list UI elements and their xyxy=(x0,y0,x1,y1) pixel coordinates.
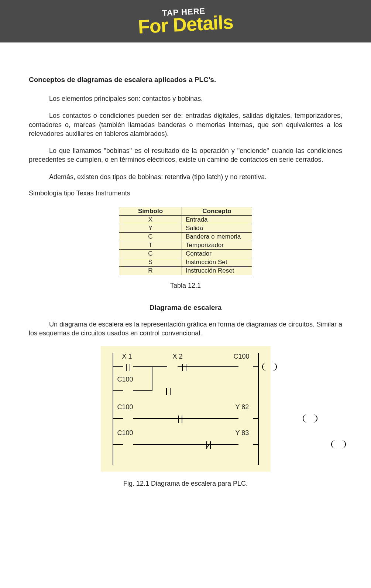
label-c100a: C100 xyxy=(234,353,250,360)
contact-no-icon xyxy=(163,388,174,395)
left-rail xyxy=(113,353,113,465)
wire xyxy=(253,366,259,367)
paragraph-1: Los elementos principales son: contactos… xyxy=(29,94,342,103)
figure-caption: Fig. 12.1 Diagrama de escalera para PLC. xyxy=(29,480,342,488)
cell-symbol: R xyxy=(119,267,182,275)
label-x1: X 1 xyxy=(122,353,132,360)
symbol-table: Simbolo Concepto XEntrada YSalida CBande… xyxy=(119,207,252,275)
section-heading: Diagrama de escalera xyxy=(29,304,342,312)
label-x2: X 2 xyxy=(173,353,183,360)
label-c100d: C100 xyxy=(117,429,133,437)
cell-symbol: C xyxy=(119,250,182,258)
ladder-diagram: X 1 X 2 C100 C100 C100 Y 82 C100 Y 83 xyxy=(101,346,271,472)
label-c100b: C100 xyxy=(117,376,133,383)
document-page: Conceptos de diagramas de escalera aplic… xyxy=(0,42,371,513)
wire xyxy=(152,366,152,391)
right-rail xyxy=(258,353,259,465)
table-row: XEntrada xyxy=(119,216,252,224)
contact-no-icon xyxy=(123,364,133,371)
contact-no-icon xyxy=(179,364,189,371)
label-y82: Y 82 xyxy=(236,403,249,411)
coil-icon xyxy=(303,414,317,423)
wire xyxy=(113,444,123,445)
wire xyxy=(253,418,259,419)
cell-concept: Salida xyxy=(182,224,252,233)
paragraph-2: Los contactos o condiciones pueden ser d… xyxy=(29,111,342,138)
table-row: RInstrucción Reset xyxy=(119,267,252,275)
wire xyxy=(133,366,167,367)
table-row: SInstrucción Set xyxy=(119,258,252,267)
cell-symbol: C xyxy=(119,233,182,241)
banner-details-text: For Details xyxy=(137,11,234,38)
table-head-row: Simbolo Concepto xyxy=(119,207,252,216)
cell-symbol: X xyxy=(119,216,182,224)
paragraph-4: Además, existen dos tipos de bobinas: re… xyxy=(29,172,342,181)
paragraph-5: Un diagrama de escalera es la representa… xyxy=(29,320,342,338)
table-row: CBandera o memoria xyxy=(119,233,252,241)
page-title: Conceptos de diagramas de escalera aplic… xyxy=(29,76,342,84)
wire xyxy=(133,390,152,391)
contact-no-icon xyxy=(175,416,185,423)
cell-concept: Instrucción Set xyxy=(182,258,252,267)
promo-banner[interactable]: TAP HERE For Details xyxy=(0,0,371,42)
table-caption: Tabla 12.1 xyxy=(29,282,342,290)
cell-symbol: T xyxy=(119,241,182,250)
paragraph-3: Lo que llamamos "bobinas" es el resultad… xyxy=(29,146,342,164)
contact-nc-icon xyxy=(203,441,214,449)
coil-icon xyxy=(331,440,346,448)
wire xyxy=(113,366,123,367)
th-concept: Concepto xyxy=(182,207,252,216)
cell-concept: Bandera o memoria xyxy=(182,233,252,241)
wire xyxy=(133,444,238,445)
label-c100c: C100 xyxy=(117,403,133,411)
table-row: CContador xyxy=(119,250,252,258)
wire xyxy=(253,444,259,445)
subsection-label: Simbología tipo Texas Instruments xyxy=(29,189,342,197)
wire xyxy=(113,390,123,391)
cell-symbol: S xyxy=(119,258,182,267)
cell-symbol: Y xyxy=(119,224,182,233)
th-symbol: Simbolo xyxy=(119,207,182,216)
coil-icon xyxy=(262,363,277,371)
table-row: YSalida xyxy=(119,224,252,233)
wire xyxy=(113,418,123,419)
wire xyxy=(133,418,238,419)
cell-concept: Contador xyxy=(182,250,252,258)
wire xyxy=(178,366,238,367)
cell-concept: Temporizador xyxy=(182,241,252,250)
table-row: TTemporizador xyxy=(119,241,252,250)
cell-concept: Instrucción Reset xyxy=(182,267,252,275)
label-y83: Y 83 xyxy=(236,429,249,437)
cell-concept: Entrada xyxy=(182,216,252,224)
